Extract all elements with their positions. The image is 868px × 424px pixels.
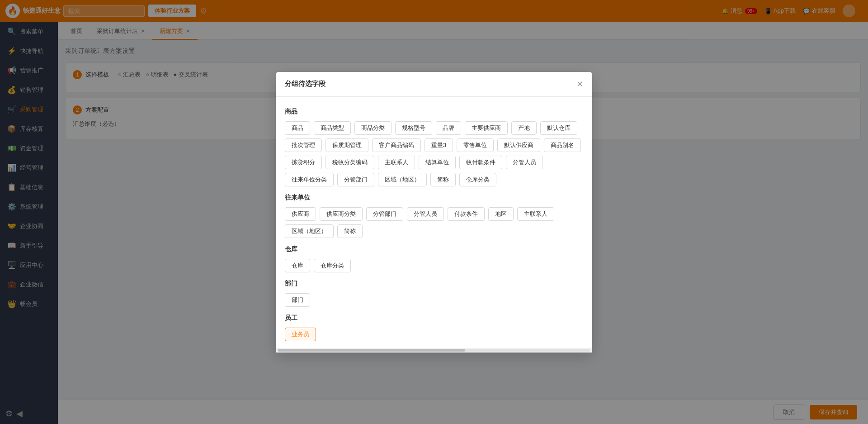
field-tag-pay-terms[interactable]: 付款条件 bbox=[448, 207, 485, 221]
field-tag-warehouse-category[interactable]: 仓库分类 bbox=[459, 173, 496, 186]
field-tag-dept[interactable]: 分管部门 bbox=[366, 207, 403, 221]
modal-overlay[interactable]: 分组待选字段 ✕ 商品 商品 商品类型 商品分类 规格型号 品牌 主要供应商 产… bbox=[0, 0, 868, 424]
field-tag-origin[interactable]: 产地 bbox=[511, 121, 537, 135]
modal-title: 分组待选字段 bbox=[285, 80, 326, 88]
modal-dialog: 分组待选字段 ✕ 商品 商品 商品类型 商品分类 规格型号 品牌 主要供应商 产… bbox=[276, 72, 592, 353]
field-tag-partner-region[interactable]: 区域（地区） bbox=[285, 224, 334, 238]
field-grid-dept: 部门 bbox=[285, 293, 583, 307]
field-tag-goods[interactable]: 商品 bbox=[285, 121, 310, 135]
field-tag-main-supplier[interactable]: 主要供应商 bbox=[465, 121, 508, 135]
field-tag-pick-points[interactable]: 拣货积分 bbox=[285, 156, 322, 169]
field-tag-supervisor[interactable]: 分管人员 bbox=[506, 156, 543, 169]
section-title-staff: 员工 bbox=[285, 314, 583, 322]
field-grid-warehouse: 仓库 仓库分类 bbox=[285, 259, 583, 272]
field-tag-warehouse[interactable]: 仓库 bbox=[285, 259, 310, 272]
section-title-partner: 往来单位 bbox=[285, 194, 583, 202]
modal-hscroll-thumb bbox=[278, 349, 465, 352]
field-tag-department[interactable]: 部门 bbox=[285, 293, 310, 307]
field-tag-dept-manage[interactable]: 分管部门 bbox=[337, 173, 374, 186]
field-tag-weight[interactable]: 重量3 bbox=[425, 138, 453, 152]
field-grid-staff: 业务员 bbox=[285, 328, 583, 341]
modal-body[interactable]: 商品 商品 商品类型 商品分类 规格型号 品牌 主要供应商 产地 默认仓库 批次… bbox=[276, 97, 592, 348]
section-title-warehouse: 仓库 bbox=[285, 245, 583, 253]
modal-header: 分组待选字段 ✕ bbox=[276, 72, 592, 97]
field-tag-main-contact[interactable]: 主联系人 bbox=[378, 156, 415, 169]
field-tag-brand[interactable]: 品牌 bbox=[436, 121, 461, 135]
field-tag-partner-contact[interactable]: 主联系人 bbox=[517, 207, 554, 221]
field-tag-salesperson[interactable]: 业务员 bbox=[285, 328, 316, 341]
field-tag-retail-unit[interactable]: 零售单位 bbox=[457, 138, 494, 152]
field-tag-default-supplier[interactable]: 默认供应商 bbox=[497, 138, 540, 152]
field-grid-goods: 商品 商品类型 商品分类 规格型号 品牌 主要供应商 产地 默认仓库 批次管理 … bbox=[285, 121, 583, 186]
field-tag-partner-category[interactable]: 往来单位分类 bbox=[285, 173, 334, 186]
field-tag-settle-unit[interactable]: 结算单位 bbox=[419, 156, 456, 169]
section-title-dept: 部门 bbox=[285, 280, 583, 288]
modal-hscroll-track bbox=[278, 349, 590, 352]
field-tag-alias[interactable]: 商品别名 bbox=[544, 138, 581, 152]
field-tag-supplier[interactable]: 供应商 bbox=[285, 207, 316, 221]
field-tag-warehouse-cat[interactable]: 仓库分类 bbox=[314, 259, 351, 272]
field-tag-area[interactable]: 地区 bbox=[488, 207, 514, 221]
field-tag-staff-manage[interactable]: 分管人员 bbox=[407, 207, 444, 221]
field-tag-goods-type[interactable]: 商品类型 bbox=[314, 121, 351, 135]
field-tag-spec[interactable]: 规格型号 bbox=[395, 121, 432, 135]
modal-close-btn[interactable]: ✕ bbox=[576, 79, 583, 89]
field-tag-region[interactable]: 区域（地区） bbox=[378, 173, 427, 186]
field-tag-payment-terms[interactable]: 收付款条件 bbox=[459, 156, 502, 169]
field-tag-default-warehouse[interactable]: 默认仓库 bbox=[540, 121, 577, 135]
field-tag-expiry[interactable]: 保质期管理 bbox=[326, 138, 368, 152]
section-title-goods: 商品 bbox=[285, 108, 583, 116]
field-tag-partner-short[interactable]: 简称 bbox=[337, 224, 363, 238]
field-tag-supplier-category[interactable]: 供应商分类 bbox=[320, 207, 363, 221]
field-tag-goods-category[interactable]: 商品分类 bbox=[354, 121, 392, 135]
field-tag-short-name[interactable]: 简称 bbox=[430, 173, 456, 186]
field-grid-partner: 供应商 供应商分类 分管部门 分管人员 付款条件 地区 主联系人 区域（地区） … bbox=[285, 207, 583, 238]
field-tag-tax-code[interactable]: 税收分类编码 bbox=[326, 156, 374, 169]
field-tag-batch[interactable]: 批次管理 bbox=[285, 138, 322, 152]
field-tag-customer-code[interactable]: 客户商品编码 bbox=[372, 138, 421, 152]
modal-hscrollbar[interactable] bbox=[276, 348, 592, 353]
